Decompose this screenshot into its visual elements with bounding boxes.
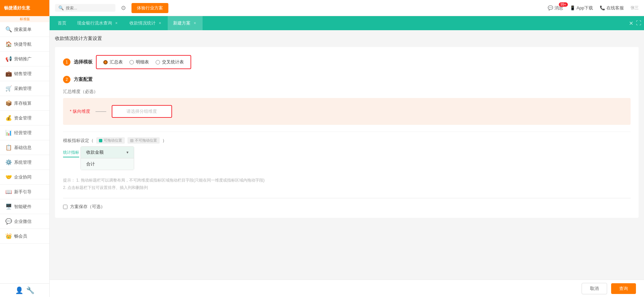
member-icon: 👑	[5, 233, 11, 239]
gear-icon[interactable]: ⚙	[121, 4, 126, 12]
tab-cashbank[interactable]: 现金银行流水查询 ×	[72, 16, 124, 30]
non-draggable-label: 不可拖动位置	[135, 138, 157, 143]
sidebar-item-purchase[interactable]: 🛒 采购管理	[0, 81, 49, 96]
service-item[interactable]: 📞 在线客服	[600, 5, 624, 11]
search-icon: 🔍	[5, 26, 11, 33]
metrics-table-row: 合计	[81, 158, 134, 170]
dimension-section: 汇总维度（必选） * 纵向维度 —— 请选择分组维度	[63, 89, 631, 125]
sidebar-item-label: 营销推广	[14, 56, 32, 62]
radio-summary[interactable]: 汇总表	[103, 59, 123, 65]
metrics-setting-label: 模板指标设定（	[63, 138, 94, 144]
tab-label: 首页	[58, 20, 66, 26]
sidebar-item-search[interactable]: 🔍 搜索菜单	[0, 22, 49, 37]
sidebar-item-label: 畅会员	[14, 233, 27, 239]
radio-detail[interactable]: 明细表	[129, 59, 149, 65]
template-radio-group: 汇总表 明细表 交叉统计表	[103, 59, 184, 65]
metrics-section: 模板指标设定（ 可拖动位置 不可拖动位置 ）	[63, 132, 631, 191]
sidebar-bottom-icon2[interactable]: 🔧	[26, 286, 35, 294]
non-draggable-tag: 不可拖动位置	[127, 137, 160, 144]
search-input[interactable]	[66, 6, 106, 10]
message-item[interactable]: 💬 消息 99+	[548, 5, 563, 11]
radio-summary-label: 汇总表	[110, 59, 123, 65]
non-draggable-indicator	[130, 139, 133, 142]
tabbar-right: ✕ ⛶	[629, 20, 641, 27]
download-item[interactable]: 📱 App下载	[570, 5, 593, 11]
close-window-icon[interactable]: ✕	[629, 20, 633, 27]
metrics-table-header-label: 收款金额	[86, 149, 104, 155]
step1-title: 选择模板	[74, 59, 93, 65]
radio-cross-input[interactable]	[156, 60, 160, 64]
download-icon: 📱	[570, 5, 575, 10]
step2-header: 2 方案配置	[63, 76, 631, 83]
metrics-suffix: ）	[162, 138, 167, 144]
sidebar-item-finance[interactable]: 💰 资金管理	[0, 111, 49, 126]
step2-title: 方案配置	[74, 77, 93, 83]
sidebar-item-inventory[interactable]: 📦 库存核算	[0, 96, 49, 111]
search-icon: 🔍	[58, 5, 64, 10]
tab-receipt[interactable]: 收款情况统计 ×	[124, 16, 168, 30]
sidebar-item-marketing[interactable]: 📢 营销推广	[0, 52, 49, 66]
content-area: 收款情况统计方案设置 1 选择模板 汇总表	[50, 30, 644, 280]
hardware-icon: 🖥️	[5, 203, 11, 210]
sidebar: 畅捷通好生意 标准版 🔍 搜索菜单 🏠 快捷导航 📢 营销推广 💼 销售管理 🛒…	[0, 0, 50, 297]
dim-row-vertical: * 纵向维度 —— 请选择分组维度	[70, 105, 172, 118]
edition-badge: 标准版	[0, 16, 49, 22]
sidebar-item-guide[interactable]: 📖 新手引导	[0, 185, 49, 199]
bottombar: 取消 查询	[50, 280, 644, 297]
sidebar-item-basic-info[interactable]: 📋 基础信息	[0, 140, 49, 155]
radio-cross-label: 交叉统计表	[162, 59, 184, 65]
radio-detail-label: 明细表	[136, 59, 149, 65]
tab-close-cashbank[interactable]: ×	[114, 21, 119, 26]
sidebar-item-sales[interactable]: 💼 销售管理	[0, 66, 49, 81]
sidebar-item-operations[interactable]: 📊 经营管理	[0, 126, 49, 140]
radio-detail-input[interactable]	[129, 60, 134, 64]
message-badge: 99+	[559, 2, 568, 7]
radio-cross[interactable]: 交叉统计表	[156, 59, 184, 65]
sidebar-item-wechat[interactable]: 💬 企业微信	[0, 214, 49, 229]
maximize-icon[interactable]: ⛶	[636, 20, 641, 26]
sidebar-bottom-icon1[interactable]: 👤	[15, 286, 23, 294]
template-selection-box: 汇总表 明细表 交叉统计表	[96, 55, 191, 69]
sidebar-item-label: 经营管理	[14, 130, 32, 136]
sidebar-item-collab[interactable]: 🤝 企业协同	[0, 170, 49, 185]
save-plan-checkbox[interactable]	[63, 205, 67, 209]
service-icon: 📞	[600, 5, 605, 10]
sidebar-bottom: 👤 🔧	[0, 283, 49, 297]
metrics-table-header: 收款金额 ▾	[81, 147, 134, 158]
sidebar-item-hardware[interactable]: 🖥️ 智能硬件	[0, 199, 49, 214]
query-button[interactable]: 查询	[611, 283, 636, 294]
chevron-down-icon[interactable]: ▾	[126, 150, 128, 155]
tab-label: 新建方案	[173, 20, 191, 26]
tab-close-receipt[interactable]: ×	[158, 21, 162, 26]
main-area: 🔍 ⚙ 体验行业方案 💬 消息 99+ 📱 App下载 📞 在线客服 张三 首页	[50, 0, 644, 297]
dimension-label-text: 汇总维度（必选）	[63, 89, 98, 94]
sidebar-logo: 畅捷通好生意	[0, 0, 49, 16]
sidebar-item-label: 智能硬件	[14, 204, 32, 210]
dimension-select[interactable]: 请选择分组维度	[112, 105, 172, 118]
topbar: 🔍 ⚙ 体验行业方案 💬 消息 99+ 📱 App下载 📞 在线客服 张三	[50, 0, 644, 16]
sidebar-item-label: 采购管理	[14, 86, 32, 92]
page-title: 收款情况统计方案设置	[55, 36, 639, 42]
step1-header: 1 选择模板 汇总表 明细表	[63, 55, 631, 69]
purchase-icon: 🛒	[5, 85, 11, 92]
system-icon: ⚙️	[5, 159, 11, 165]
sidebar-item-label: 销售管理	[14, 71, 32, 77]
sidebar-item-member[interactable]: 👑 畅会员	[0, 229, 49, 244]
tab-home[interactable]: 首页	[52, 16, 72, 30]
topbar-search-box[interactable]: 🔍	[55, 4, 115, 12]
tab-new-plan[interactable]: 新建方案 ×	[168, 16, 203, 30]
sidebar-item-nav[interactable]: 🏠 快捷导航	[0, 37, 49, 52]
tab-close-new-plan[interactable]: ×	[193, 21, 197, 26]
draggable-tag: 可拖动位置	[96, 137, 125, 144]
basic-info-icon: 📋	[5, 144, 11, 151]
tabbar: 首页 现金银行流水查询 × 收款情况统计 × 新建方案 × ✕ ⛶	[50, 16, 644, 30]
trial-button[interactable]: 体验行业方案	[131, 3, 168, 13]
content-wrapper: 收款情况统计方案设置 1 选择模板 汇总表	[50, 30, 644, 297]
sidebar-item-label: 新手引导	[14, 189, 32, 195]
sidebar-item-system[interactable]: ⚙️ 系统管理	[0, 155, 49, 170]
logo-text: 畅捷通好生意	[4, 5, 30, 11]
cancel-button[interactable]: 取消	[582, 283, 607, 294]
home-icon: 🏠	[5, 41, 11, 47]
radio-summary-input[interactable]	[103, 60, 108, 64]
finance-icon: 💰	[5, 115, 11, 121]
